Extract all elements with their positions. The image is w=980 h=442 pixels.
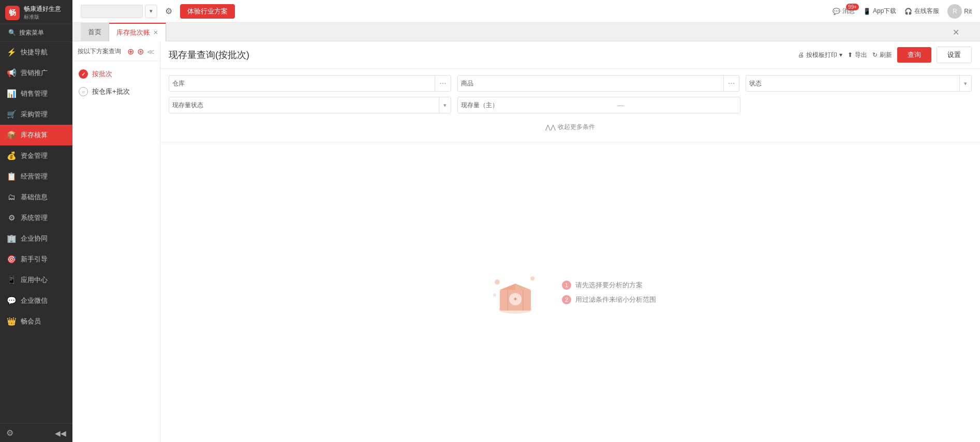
empty-tip-2: 2 用过滤条件来缩小分析范围 xyxy=(562,295,656,304)
add-scheme-button[interactable]: ⊕ xyxy=(127,47,134,56)
query-button[interactable]: 查询 xyxy=(897,47,931,63)
sidebar-item-app-center[interactable]: 📱 应用中心 xyxy=(0,270,72,290)
app-download-button[interactable]: 📱 App下载 xyxy=(863,7,896,16)
collapse-more-button[interactable]: ⋀⋀ 收起更多条件 xyxy=(169,119,972,136)
product-more-icon[interactable]: ··· xyxy=(723,76,739,91)
service-icon: 🎧 xyxy=(904,8,912,15)
title-actions: 🖨 按模板打印 ▾ ⬆ 导出 ↻ 刷新 查询 设置 xyxy=(798,47,972,63)
sidebar-item-vip[interactable]: 👑 畅会员 xyxy=(0,311,72,332)
scheme-dot-active: ✓ xyxy=(79,69,88,79)
sidebar-bottom: ⚙ ◀◀ xyxy=(0,423,72,442)
breadcrumb-dropdown-button[interactable]: ▾ xyxy=(145,5,157,18)
tab-close-icon[interactable]: ✕ xyxy=(153,29,158,36)
inventory-qty-label: 现存量（主） xyxy=(458,101,501,110)
sidebar-item-marketing[interactable]: 📢 营销推广 xyxy=(0,63,72,83)
collapse-sidebar-button[interactable]: ◀◀ xyxy=(55,429,66,437)
collapse-panel-button[interactable]: ≪ xyxy=(147,48,155,56)
sidebar-item-label: 新手引导 xyxy=(21,255,48,264)
inventory-status-label: 现存量状态 xyxy=(169,101,206,110)
sidebar-item-guide[interactable]: 🎯 新手引导 xyxy=(0,249,72,270)
guide-icon: 🎯 xyxy=(6,254,17,264)
filter-row-2: 现存量状态 ▾ 现存量（主） — xyxy=(169,97,972,113)
page-settings-button[interactable]: 设置 xyxy=(937,47,972,63)
sidebar: 畅 畅康通好生意 标准版 🔍 搜索菜单 ⚡ 快捷导航 📢 营销推广 📊 销售管理… xyxy=(0,0,72,442)
inventory-status-filter: 现存量状态 ▾ xyxy=(169,97,451,113)
system-icon: ⚙ xyxy=(6,213,17,223)
status-dropdown-icon[interactable]: ▾ xyxy=(959,76,971,91)
sidebar-item-quick-nav[interactable]: ⚡ 快捷导航 xyxy=(0,42,72,63)
export-button[interactable]: ⬆ 导出 xyxy=(848,51,867,60)
top-header-right: 💬 消息 99+ 📱 App下载 🎧 在线客服 R Rit xyxy=(833,4,972,19)
scheme-item-by-warehouse-batch[interactable]: ○ 按仓库+批次 xyxy=(72,83,160,100)
breadcrumb-input[interactable] xyxy=(81,5,143,18)
try-industry-button[interactable]: 体验行业方案 xyxy=(180,4,235,19)
tip-2-number: 2 xyxy=(562,295,571,304)
sidebar-item-label: 畅会员 xyxy=(21,317,41,326)
settings-gear-button[interactable]: ⚙ xyxy=(6,428,13,438)
collapse-up-icon: ⋀⋀ xyxy=(545,124,556,131)
sidebar-item-inventory[interactable]: 📦 库存核算 xyxy=(0,125,72,145)
wechat-icon: 💬 xyxy=(6,296,17,306)
avatar: R xyxy=(947,4,962,19)
scheme-item-by-batch[interactable]: ✓ 按批次 xyxy=(72,65,160,83)
user-area[interactable]: R Rit xyxy=(947,4,972,19)
scheme-label: 按批次 xyxy=(92,69,112,79)
sidebar-item-label: 企业微信 xyxy=(21,296,48,305)
app-download-label: App下载 xyxy=(873,7,896,16)
product-input[interactable] xyxy=(477,76,723,91)
scheme-dot-inactive: ○ xyxy=(79,87,88,96)
sidebar-item-label: 应用中心 xyxy=(21,275,48,285)
print-icon: 🖨 xyxy=(798,51,804,58)
svg-point-9 xyxy=(493,293,496,297)
inventory-qty-to-input[interactable] xyxy=(626,97,740,113)
search-menu-button[interactable]: 🔍 搜索菜单 xyxy=(0,24,72,42)
online-service-label: 在线客服 xyxy=(914,7,939,16)
top-header: ▾ ⚙ 体验行业方案 💬 消息 99+ 📱 App下载 🎧 在线客服 R Rit xyxy=(72,0,980,23)
sidebar-item-purchase[interactable]: 🛒 采购管理 xyxy=(0,104,72,125)
empty-box-svg: ✦ xyxy=(487,264,544,321)
sidebar-item-wechat[interactable]: 💬 企业微信 xyxy=(0,290,72,311)
close-tab-button[interactable]: ✕ xyxy=(953,27,959,37)
print-button[interactable]: 🖨 按模板打印 ▾ xyxy=(798,51,842,60)
app-download-icon: 📱 xyxy=(863,8,871,15)
tip-2-text: 用过滤条件来缩小分析范围 xyxy=(575,295,656,304)
empty-tips: 1 请先选择要分析的方案 2 用过滤条件来缩小分析范围 xyxy=(562,281,656,304)
empty-illustration: ✦ xyxy=(484,261,546,323)
search-menu-label: 搜索菜单 xyxy=(19,28,44,37)
left-panel-actions: ⊕ ⊛ ≪ xyxy=(127,47,155,56)
warehouse-filter: 仓库 ··· xyxy=(169,75,451,92)
warehouse-input[interactable] xyxy=(188,76,435,91)
tab-inventory-batch[interactable]: 库存批次账 ✕ xyxy=(109,23,166,41)
message-button[interactable]: 💬 消息 99+ xyxy=(833,7,855,16)
user-name: Rit xyxy=(964,8,972,15)
inventory-status-input[interactable] xyxy=(206,97,439,113)
export-label: 导出 xyxy=(855,51,867,60)
app-title-area: 畅康通好生意 标准版 xyxy=(24,5,61,21)
sidebar-item-basics[interactable]: 🗂 基础信息 xyxy=(0,187,72,208)
right-area: 现存量查询(按批次) 🖨 按模板打印 ▾ ⬆ 导出 ↻ 刷新 xyxy=(160,41,980,442)
tab-home[interactable]: 首页 xyxy=(81,23,109,41)
page-title: 现存量查询(按批次) xyxy=(169,49,249,61)
sidebar-item-enterprise[interactable]: 🏢 企业协同 xyxy=(0,228,72,249)
warehouse-filter-label: 仓库 xyxy=(169,79,188,88)
tip-1-number: 1 xyxy=(562,281,571,290)
operations-icon: 📋 xyxy=(6,171,17,182)
sidebar-item-finance[interactable]: 💰 资金管理 xyxy=(0,145,72,166)
warehouse-more-icon[interactable]: ··· xyxy=(435,76,450,91)
sidebar-item-sales[interactable]: 📊 销售管理 xyxy=(0,83,72,104)
svg-text:✦: ✦ xyxy=(513,296,518,303)
header-gear-button[interactable]: ⚙ xyxy=(161,4,176,19)
sidebar-item-system[interactable]: ⚙ 系统管理 xyxy=(0,208,72,228)
sidebar-item-operations[interactable]: 📋 经营管理 xyxy=(0,166,72,187)
scheme-settings-button[interactable]: ⊛ xyxy=(137,47,144,56)
qty-range-dash: — xyxy=(615,101,626,109)
inventory-status-dropdown-icon[interactable]: ▾ xyxy=(439,97,451,113)
status-input[interactable] xyxy=(765,76,959,91)
tip-1-text: 请先选择要分析的方案 xyxy=(575,281,643,290)
online-service-button[interactable]: 🎧 在线客服 xyxy=(904,7,939,16)
sidebar-item-label: 资金管理 xyxy=(21,151,48,160)
refresh-button[interactable]: ↻ 刷新 xyxy=(872,51,892,60)
export-icon: ⬆ xyxy=(848,51,853,58)
empty-tip-1: 1 请先选择要分析的方案 xyxy=(562,281,656,290)
inventory-qty-from-input[interactable] xyxy=(501,97,615,113)
